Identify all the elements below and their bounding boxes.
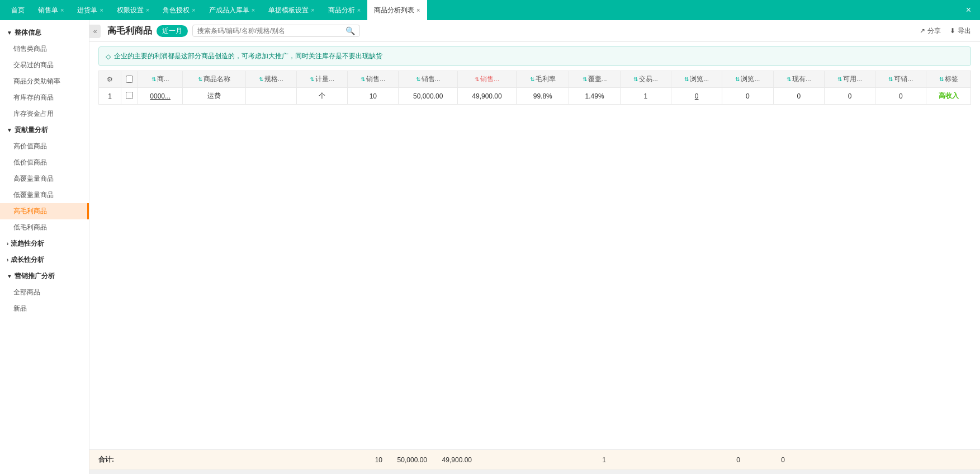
info-text: 企业的主要的利润都是这部分商品创造的，可考虑加大推广，同时关注库存是不要出现缺货	[114, 51, 382, 61]
settings-icon[interactable]: ⚙	[107, 76, 113, 83]
nav-purchase-close[interactable]: ×	[100, 7, 103, 13]
select-all-checkbox[interactable]	[126, 76, 133, 83]
col-available: ⇅可用...	[824, 71, 875, 88]
footer-sales3: 49,900.00	[432, 456, 476, 464]
arrow-trend: ›	[7, 241, 8, 247]
col-index: ⚙	[99, 71, 121, 88]
nav-sales[interactable]: 销售单 ×	[31, 0, 70, 20]
table-footer: 合计: 10 50,000.00 49,900.00 1 0 0	[89, 449, 980, 470]
nav-analysis-list-close[interactable]: ×	[416, 7, 420, 13]
sidebar-item-inventory-capital[interactable]: 库存资金占用	[0, 106, 89, 122]
table-container[interactable]: ⚙ ⇅商... ⇅商品名称 ⇅规格...	[89, 71, 980, 449]
footer-available: 0	[745, 456, 789, 464]
sort-icon-browse2[interactable]: ⇅	[735, 76, 740, 82]
sort-icon-available[interactable]: ⇅	[837, 76, 842, 82]
sort-icon-browse1[interactable]: ⇅	[684, 76, 689, 82]
nav-product-inbound[interactable]: 产成品入库单 ×	[202, 0, 262, 20]
sort-icon-unit[interactable]: ⇅	[310, 76, 314, 82]
horizontal-scrollbar[interactable]	[89, 470, 980, 474]
cell-available: 0	[824, 88, 875, 105]
info-bar: ◇ 企业的主要的利润都是这部分商品创造的，可考虑加大推广，同时关注库存是不要出现…	[98, 46, 971, 66]
cell-current: 0	[773, 88, 824, 105]
cell-name: 运费	[183, 88, 245, 105]
sidebar-item-traded-goods[interactable]: 交易过的商品	[0, 57, 89, 73]
sort-icon-gross[interactable]: ⇅	[530, 76, 534, 82]
col-sales3: ⇅销售...	[457, 71, 516, 88]
cell-unit: 个	[296, 88, 347, 105]
nav-template-close[interactable]: ×	[311, 7, 314, 13]
arrow-marketing: ▼	[7, 273, 12, 279]
search-icon[interactable]: 🔍	[345, 26, 355, 35]
sidebar: ▼ 整体信息 销售类商品 交易过的商品 商品分类助销率 有库存的商品 库存资金占…	[0, 20, 89, 474]
nav-purchase[interactable]: 进货单 ×	[70, 0, 110, 20]
sidebar-item-high-value[interactable]: 高价值商品	[0, 138, 89, 154]
sidebar-item-sales-goods[interactable]: 销售类商品	[0, 41, 89, 57]
sort-icon-sales3[interactable]: ⇅	[475, 76, 479, 82]
search-input[interactable]	[197, 27, 345, 35]
sidebar-item-high-coverage[interactable]: 高覆盖量商品	[0, 171, 89, 187]
nav-permission-close[interactable]: ×	[146, 7, 149, 13]
sidebar-item-high-margin[interactable]: 高毛利商品	[0, 203, 89, 219]
sort-icon-sales2[interactable]: ⇅	[416, 76, 420, 82]
cell-sales2: 50,000.00	[399, 88, 457, 105]
sort-icon-tag[interactable]: ⇅	[939, 76, 944, 82]
nav-home[interactable]: 首页	[4, 0, 31, 20]
col-unit: ⇅计量...	[296, 71, 347, 88]
sidebar-item-low-value[interactable]: 低价值商品	[0, 154, 89, 171]
col-spec: ⇅规格...	[245, 71, 296, 88]
cell-tag: 高收入	[926, 88, 971, 105]
cell-code: 0000...	[138, 88, 183, 105]
nav-permission[interactable]: 权限设置 ×	[110, 0, 156, 20]
nav-analysis-list[interactable]: 商品分析列表 ×	[367, 0, 427, 20]
sidebar-collapse-btn[interactable]: «	[89, 25, 101, 38]
date-filter-btn[interactable]: 近一月	[157, 25, 188, 37]
sidebar-item-low-coverage[interactable]: 低覆盖量商品	[0, 187, 89, 203]
col-sales2: ⇅销售...	[399, 71, 457, 88]
col-browse2: ⇅浏览...	[722, 71, 773, 88]
sort-icon-sales1[interactable]: ⇅	[361, 76, 365, 82]
sidebar-group-trend[interactable]: › 流趋性分析	[0, 236, 89, 252]
nav-window-close[interactable]: ×	[962, 5, 976, 15]
arrow-contribution: ▼	[7, 127, 12, 133]
nav-sales-close[interactable]: ×	[60, 7, 64, 13]
export-icon: ⬇	[950, 27, 955, 35]
sidebar-group-contribution[interactable]: ▼ 贡献量分析	[0, 122, 89, 138]
sidebar-item-in-stock[interactable]: 有库存的商品	[0, 90, 89, 106]
sidebar-item-new-goods[interactable]: 新品	[0, 301, 89, 317]
search-box: 🔍	[192, 25, 360, 37]
share-button[interactable]: ↗ 分享	[920, 26, 941, 36]
data-table: ⚙ ⇅商... ⇅商品名称 ⇅规格...	[98, 71, 971, 105]
nav-template-settings[interactable]: 单据模板设置 ×	[262, 0, 321, 20]
sort-icon-saleable[interactable]: ⇅	[888, 76, 893, 82]
nav-product-analysis[interactable]: 商品分析 ×	[321, 0, 367, 20]
sidebar-item-category-rate[interactable]: 商品分类助销率	[0, 73, 89, 90]
browse1-link[interactable]: 0	[695, 92, 699, 100]
sort-icon-transaction[interactable]: ⇅	[633, 76, 638, 82]
sidebar-item-low-margin[interactable]: 低毛利商品	[0, 219, 89, 236]
sidebar-group-growth[interactable]: › 成长性分析	[0, 252, 89, 268]
row-checkbox[interactable]	[126, 92, 133, 99]
sort-icon-code[interactable]: ⇅	[152, 76, 156, 82]
sidebar-item-all-goods[interactable]: 全部商品	[0, 284, 89, 301]
share-icon: ↗	[920, 27, 925, 35]
sort-icon-coverage[interactable]: ⇅	[583, 76, 587, 82]
content-area: « 高毛利商品 近一月 🔍 ↗ 分享 ⬇ 导出 ◇	[89, 20, 980, 474]
sort-icon-name[interactable]: ⇅	[198, 76, 202, 82]
nav-analysis-close[interactable]: ×	[357, 7, 361, 13]
info-icon: ◇	[106, 53, 111, 60]
cell-spec	[245, 88, 296, 105]
nav-role[interactable]: 角色授权 ×	[156, 0, 202, 20]
cell-browse1: 0	[671, 88, 722, 105]
nav-role-close[interactable]: ×	[192, 7, 195, 13]
nav-product-inbound-close[interactable]: ×	[252, 7, 255, 13]
sidebar-group-overall[interactable]: ▼ 整体信息	[0, 25, 89, 41]
footer-label: 合计:	[98, 455, 114, 464]
col-name: ⇅商品名称	[183, 71, 245, 88]
footer-current: 0	[700, 456, 745, 464]
sort-icon-current[interactable]: ⇅	[787, 76, 791, 82]
export-button[interactable]: ⬇ 导出	[950, 26, 971, 36]
sort-icon-spec[interactable]: ⇅	[259, 76, 263, 82]
sidebar-group-marketing[interactable]: ▼ 营销推广分析	[0, 268, 89, 284]
page-title: 高毛利商品	[107, 25, 152, 37]
code-link[interactable]: 0000...	[150, 92, 171, 100]
